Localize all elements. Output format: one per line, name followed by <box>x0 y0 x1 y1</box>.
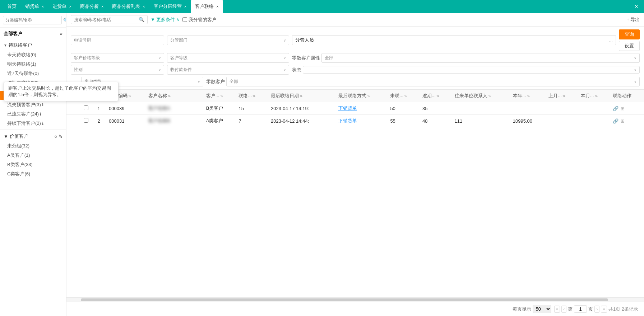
row1-check[interactable] <box>84 105 88 110</box>
col-last-method[interactable]: 最后联络方式⇅ <box>335 90 387 102</box>
col-contact-count[interactable]: 联络...⇅ <box>235 90 267 102</box>
nav-item-customer-contact[interactable]: 客户联络 × <box>191 0 223 13</box>
my-customers-check[interactable] <box>182 17 187 22</box>
col-contact-person[interactable]: 往来单位联系人⇅ <box>451 90 509 102</box>
col-this-year-label: 本年... <box>513 93 526 98</box>
nav-item-purchase[interactable]: 进货单 × <box>48 0 75 13</box>
sidebar-value-group[interactable]: ▼ 价值客户 ○ ✎ <box>0 131 66 141</box>
next-page-btn[interactable]: › <box>594 306 599 313</box>
row1-method-link[interactable]: 下销货单 <box>338 105 357 111</box>
sidebar-item-tomorrow[interactable]: 明天待联络(1) <box>0 60 66 69</box>
loss-warning-label: 流失预警客户(3) <box>7 102 41 108</box>
settings-button[interactable]: 设置 <box>619 41 640 51</box>
col-this-year[interactable]: 本年...⇅ <box>509 90 545 102</box>
collapse-icon[interactable]: « <box>60 31 62 37</box>
sidebar-item-ungroup[interactable]: 未分组(32) <box>0 141 66 151</box>
filter-icon: ▼ <box>150 17 155 22</box>
circle-icon[interactable]: ○ <box>54 134 57 139</box>
status-field[interactable]: ∨ <box>303 66 640 74</box>
person-dots[interactable]: ... <box>609 38 613 43</box>
sort-last-method-icon: ⇅ <box>367 94 370 98</box>
sidebar-item-a-class[interactable]: A类客户(1) <box>0 151 66 160</box>
row1-link-icon[interactable]: 🔗 <box>613 106 618 111</box>
row1-last-method: 下销货单 <box>335 102 387 115</box>
nav-item-analysis[interactable]: 商品分析 × <box>76 0 108 13</box>
sort-type-icon: ⇅ <box>220 94 223 98</box>
query-button[interactable]: 查询 <box>619 29 640 39</box>
row2-method-link[interactable]: 下销货单 <box>338 118 357 123</box>
nav-item-analysis-list[interactable]: 商品分析列表 × <box>108 0 149 13</box>
sidebar-pending-group[interactable]: ▼ 待联络客户 <box>0 40 66 50</box>
window-close-button[interactable]: × <box>631 3 641 10</box>
col-last-month[interactable]: 上月...⇅ <box>545 90 577 102</box>
col-name[interactable]: 客户名称⇅ <box>145 90 203 102</box>
per-page-label: 每页显示 <box>513 306 531 312</box>
export-button[interactable]: ↑ 导出 <box>627 16 640 23</box>
page-number-input[interactable] <box>574 305 587 313</box>
a-class-label: A类客户(1) <box>7 152 30 158</box>
table-header-row: ⚙ 客户编码⇅ 客户名称⇅ 客户...⇅ 联络...⇅ 最后联络日期⇅ 最后联络… <box>66 90 644 102</box>
sidebar-item-loss-warning[interactable]: 流失预警客户(3) ℹ <box>0 100 66 109</box>
gender-field[interactable]: 性别 ∨ <box>71 65 164 75</box>
row1-checkbox[interactable] <box>79 102 92 115</box>
sidebar-item-lost[interactable]: 已流失客户(24) ℹ <box>0 109 66 119</box>
row2-settings <box>66 115 79 127</box>
more-conditions-label: 更多条件 <box>156 16 175 23</box>
row2-grid-icon[interactable]: ⊞ <box>621 118 625 124</box>
col-not-contact[interactable]: 未联...⇅ <box>386 90 419 102</box>
row1-grid-icon[interactable]: ⊞ <box>621 106 625 111</box>
col-overdue[interactable]: 逾期...⇅ <box>419 90 451 102</box>
nav-close-analysis[interactable]: × <box>101 0 103 13</box>
sidebar-item-declining[interactable]: 持续下滑客户(2) ℹ <box>0 119 66 128</box>
row1-contact-person <box>451 102 509 115</box>
retail-attr-field[interactable]: 全部 ∨ <box>321 53 640 63</box>
col-type[interactable]: 客户...⇅ <box>203 90 235 102</box>
sidebar-search-icon[interactable]: 🔍 <box>63 18 66 23</box>
nav-close-customer-contact[interactable]: × <box>216 0 218 13</box>
nav-close-customer-tier[interactable]: × <box>184 0 186 13</box>
nav-label-customer-contact: 客户联络 <box>195 0 214 13</box>
per-page-select[interactable]: 50 20 100 <box>533 305 551 313</box>
payment-field[interactable]: 收付款条件 ∨ <box>167 65 289 75</box>
sidebar-item-7days[interactable]: 近7天待联络(0) <box>0 69 66 78</box>
sidebar-item-c-class[interactable]: C类客户(6) <box>0 169 66 179</box>
nav-close-analysis-list[interactable]: × <box>143 0 145 13</box>
col-this-month[interactable]: 本月...⇅ <box>577 90 610 102</box>
nav-close-sales[interactable]: × <box>42 0 44 13</box>
table-scrollbar[interactable] <box>66 297 644 302</box>
dept-field[interactable]: 分管部门 ∨ <box>167 36 289 45</box>
nav-close-purchase[interactable]: × <box>69 0 71 13</box>
nav-item-customer-tier[interactable]: 客户分层经营 × <box>149 0 191 13</box>
retail-field[interactable]: 全部 ∨ <box>226 77 640 86</box>
more-conditions-btn[interactable]: ▼ 更多条件 ∧ <box>150 16 180 23</box>
main-layout: 🔍 全部客户 « ▼ 待联络客户 今天待联络(0) 明天待联络(1) 近7天待联… <box>0 13 644 316</box>
edit-icon[interactable]: ✎ <box>59 134 62 139</box>
last-page-btn[interactable]: » <box>601 306 607 313</box>
person-field[interactable]: 分管人员 ... <box>292 35 616 45</box>
search-input[interactable] <box>74 17 139 22</box>
row2-name: 客户名称B <box>145 115 203 127</box>
first-page-btn[interactable]: « <box>554 306 560 313</box>
row2-checkbox[interactable] <box>79 115 92 127</box>
per-page-control: 每页显示 50 20 100 <box>513 305 551 313</box>
my-customers-checkbox[interactable]: 我分管的客户 <box>182 16 217 23</box>
col-type-label: 客户... <box>206 93 219 98</box>
sidebar-item-b-class[interactable]: B类客户(33) <box>0 160 66 169</box>
table-area: ⚙ 客户编码⇅ 客户名称⇅ 客户...⇅ 联络...⇅ 最后联络日期⇅ 最后联络… <box>66 90 644 302</box>
row2-check[interactable] <box>84 118 88 123</box>
col-last-date[interactable]: 最后联络日期⇅ <box>267 90 335 102</box>
customer-level-field[interactable]: 客户等级 ∨ <box>167 53 289 63</box>
row2-link-icon[interactable]: 🔗 <box>613 118 618 124</box>
prev-page-btn[interactable]: ‹ <box>561 306 566 313</box>
today-label: 今天待联络(0) <box>7 52 36 57</box>
scrollbar-thumb[interactable] <box>81 298 608 301</box>
phone-field[interactable]: 电话号码 <box>71 36 164 45</box>
sidebar-all-customers[interactable]: 全部客户 « <box>0 28 66 40</box>
value-arrow-icon: ▼ <box>4 134 8 139</box>
nav-item-home[interactable]: 首页 <box>3 0 21 13</box>
price-level-field[interactable]: 客户价格等级 ∨ <box>71 53 164 63</box>
row1-settings <box>66 102 79 115</box>
sidebar-item-today[interactable]: 今天待联络(0) <box>0 50 66 60</box>
nav-item-sales[interactable]: 销货单 × <box>21 0 48 13</box>
sidebar-search-input[interactable] <box>3 16 62 24</box>
